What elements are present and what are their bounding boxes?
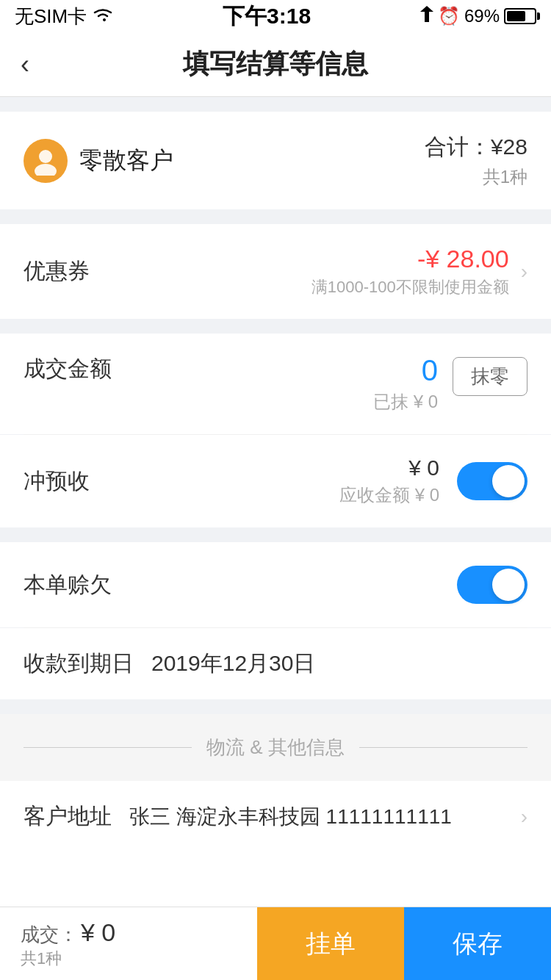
save-button[interactable]: 保存 bbox=[404, 907, 551, 980]
logistics-line-right bbox=[359, 747, 527, 748]
status-time: 下午3:18 bbox=[223, 1, 311, 32]
back-button[interactable]: ‹ bbox=[21, 49, 29, 80]
deferred-toggle-knob bbox=[492, 569, 525, 601]
section-divider-5 bbox=[0, 699, 551, 714]
customer-left: 零散客户 bbox=[24, 139, 173, 183]
prepaid-label: 冲预收 bbox=[24, 466, 90, 497]
battery-percent: 69% bbox=[464, 6, 500, 26]
deal-right: 0 已抹 ¥ 0 抹零 bbox=[373, 354, 527, 414]
address-chevron-icon: › bbox=[521, 805, 527, 829]
coupon-label: 优惠券 bbox=[24, 256, 90, 287]
avatar bbox=[24, 139, 68, 183]
wifi-icon bbox=[93, 5, 113, 28]
deferred-row: 本单赊欠 bbox=[0, 542, 551, 627]
status-right: ⏰ 69% bbox=[420, 6, 536, 26]
total-amount: 合计：¥28 bbox=[425, 132, 527, 162]
status-left: 无SIM卡 bbox=[15, 4, 113, 29]
coupon-desc: 满1000-100不限制使用金额 bbox=[311, 276, 509, 298]
hold-button[interactable]: 挂单 bbox=[257, 907, 404, 980]
page-title: 填写结算等信息 bbox=[183, 46, 368, 82]
deal-amount-info: 0 已抹 ¥ 0 bbox=[373, 354, 438, 414]
customer-name: 零散客户 bbox=[79, 145, 173, 177]
address-row[interactable]: 客户地址 张三 海淀永丰科技园 11111111111 › bbox=[0, 781, 551, 852]
address-value: 张三 海淀永丰科技园 11111111111 bbox=[129, 803, 500, 831]
location-icon bbox=[420, 6, 433, 26]
svg-point-0 bbox=[39, 150, 52, 163]
duedate-row: 收款到期日 2019年12月30日 bbox=[0, 628, 551, 699]
deal-deducted: 已抹 ¥ 0 bbox=[373, 390, 438, 414]
prepaid-toggle[interactable] bbox=[457, 462, 527, 500]
section-divider-3 bbox=[0, 319, 551, 334]
bottom-deal-amount: ¥ 0 bbox=[81, 918, 115, 947]
prepaid-owed: ¥ 0 bbox=[339, 455, 439, 480]
bottom-count: 共1种 bbox=[21, 948, 237, 970]
logistics-line-left bbox=[24, 747, 192, 748]
customer-row: 零散客户 合计：¥28 共1种 bbox=[24, 132, 527, 189]
deal-amount-row: 成交金额 0 已抹 ¥ 0 抹零 bbox=[0, 334, 551, 434]
address-label: 客户地址 bbox=[24, 801, 112, 832]
coupon-chevron-icon: › bbox=[521, 260, 527, 284]
alarm-icon: ⏰ bbox=[438, 6, 460, 26]
bottom-deal-label: 成交： bbox=[21, 922, 78, 948]
customer-total: 合计：¥28 共1种 bbox=[425, 132, 527, 189]
customer-section: 零散客户 合计：¥28 共1种 bbox=[0, 112, 551, 209]
battery-icon bbox=[504, 8, 536, 24]
svg-point-1 bbox=[35, 164, 57, 176]
duedate-value: 2019年12月30日 bbox=[151, 649, 315, 679]
deal-label: 成交金额 bbox=[24, 354, 112, 384]
prepaid-row: 冲预收 ¥ 0 应收金额 ¥ 0 bbox=[0, 435, 551, 527]
total-count: 共1种 bbox=[425, 165, 527, 189]
round-button[interactable]: 抹零 bbox=[453, 357, 527, 396]
logistics-divider: 物流 & 其他信息 bbox=[0, 714, 551, 781]
deferred-toggle[interactable] bbox=[457, 566, 527, 604]
deferred-label: 本单赊欠 bbox=[24, 570, 112, 600]
coupon-amount: -¥ 28.00 bbox=[311, 245, 509, 273]
nav-bar: ‹ 填写结算等信息 bbox=[0, 32, 551, 97]
logistics-text: 物流 & 其他信息 bbox=[206, 735, 345, 760]
coupon-right: -¥ 28.00 满1000-100不限制使用金额 › bbox=[311, 245, 527, 298]
section-divider-2 bbox=[0, 209, 551, 224]
prepaid-receivable: 应收金额 ¥ 0 bbox=[339, 483, 439, 507]
coupon-row[interactable]: 优惠券 -¥ 28.00 满1000-100不限制使用金额 › bbox=[0, 224, 551, 319]
prepaid-right: ¥ 0 应收金额 ¥ 0 bbox=[339, 455, 527, 507]
prepaid-amounts: ¥ 0 应收金额 ¥ 0 bbox=[339, 455, 439, 507]
section-divider-4 bbox=[0, 527, 551, 542]
bottom-summary: 成交： ¥ 0 共1种 bbox=[0, 907, 257, 980]
toggle-knob bbox=[492, 465, 525, 497]
deal-amount-value: 0 bbox=[373, 354, 438, 387]
status-bar: 无SIM卡 下午3:18 ⏰ 69% bbox=[0, 0, 551, 32]
signal-text: 无SIM卡 bbox=[15, 4, 87, 29]
duedate-label: 收款到期日 bbox=[24, 649, 134, 679]
section-divider-1 bbox=[0, 97, 551, 112]
bottom-bar: 成交： ¥ 0 共1种 挂单 保存 bbox=[0, 907, 551, 980]
